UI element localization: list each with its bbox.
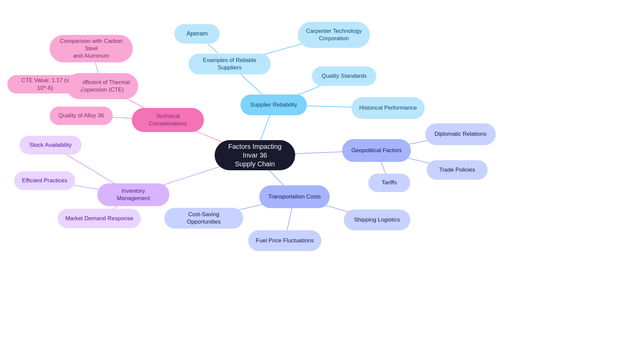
technical-considerations-label: Technical Considerations [139, 113, 197, 127]
historical-performance-label: Historical Performance [359, 104, 417, 112]
efficient-practices-node: Efficient Practices [14, 171, 75, 190]
comparison-carbon-label: Comparison with Carbon Steeland Aluminum [57, 38, 125, 60]
inventory-management-node: Inventory Management [97, 183, 169, 206]
trade-policies-node: Trade Policies [427, 160, 488, 180]
cost-saving-label: Cost-Saving Opportunities [172, 211, 236, 226]
comparison-carbon-node: Comparison with Carbon Steeland Aluminum [50, 35, 133, 62]
tariffs-node: Tariffs [368, 174, 410, 192]
transportation-costs-node: Transportation Costs [259, 185, 330, 208]
technical-considerations-node: Technical Considerations [132, 108, 204, 132]
aperam-node: Aperam [174, 24, 220, 44]
market-demand-node: Market Demand Response [58, 209, 141, 228]
carpenter-tech-node: Carpenter TechnologyCorporation [298, 22, 370, 48]
fuel-price-node: Fuel Price Fluctuations [248, 230, 321, 251]
shipping-logistics-node: Shipping Logistics [344, 209, 410, 230]
cte-value-node: CTE Value: 1.17 (x 10^-6) [7, 75, 83, 94]
diplomatic-relations-node: Diplomatic Relations [425, 123, 496, 145]
efficient-practices-label: Efficient Practices [22, 177, 67, 184]
quality-alloy-node: Quality of Alloy 36 [50, 107, 113, 125]
historical-performance-node: Historical Performance [352, 97, 425, 119]
aperam-label: Aperam [186, 30, 208, 38]
quality-standards-node: Quality Standards [312, 66, 376, 86]
carpenter-tech-label: Carpenter TechnologyCorporation [306, 27, 362, 42]
fuel-price-label: Fuel Price Fluctuations [256, 237, 314, 244]
center-label: Factors Impacting Invar 36Supply Chain [222, 142, 288, 168]
tariffs-label: Tariffs [382, 179, 397, 186]
market-demand-label: Market Demand Response [65, 215, 133, 222]
transportation-costs-label: Transportation Costs [268, 193, 321, 200]
cte-value-label: CTE Value: 1.17 (x 10^-6) [15, 77, 75, 92]
examples-suppliers-label: Examples of Reliable Suppliers [196, 57, 263, 71]
diplomatic-relations-label: Diplomatic Relations [435, 130, 487, 138]
geopolitical-factors-node: Geopolitical Factors [342, 139, 411, 162]
examples-suppliers-node: Examples of Reliable Suppliers [189, 54, 271, 74]
quality-alloy-label: Quality of Alloy 36 [58, 112, 104, 119]
shipping-logistics-label: Shipping Logistics [354, 216, 400, 224]
supplier-reliability-label: Supplier Reliability [250, 101, 297, 109]
geopolitical-factors-label: Geopolitical Factors [351, 147, 401, 154]
trade-policies-label: Trade Policies [439, 166, 475, 174]
supplier-reliability-node: Supplier Reliability [240, 95, 307, 115]
coefficient-cte-label: Coefficient of ThermalExpansion (CTE) [74, 79, 130, 94]
stock-availability-node: Stock Availability [19, 136, 82, 155]
inventory-management-label: Inventory Management [105, 187, 162, 202]
quality-standards-label: Quality Standards [321, 72, 367, 80]
center-node: Factors Impacting Invar 36Supply Chain [215, 140, 295, 170]
stock-availability-label: Stock Availability [29, 141, 71, 149]
cost-saving-node: Cost-Saving Opportunities [164, 208, 243, 229]
